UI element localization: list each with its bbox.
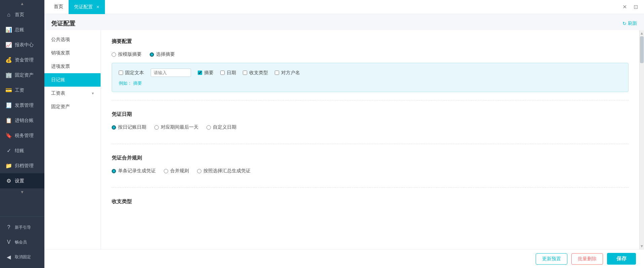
merge-radio-group: 单条记录生成凭证 合并规则 按照选择汇总生成凭证 [112,168,629,174]
pin-icon: ◀ [5,254,12,260]
refresh-button[interactable]: ↻ 刷新 [622,20,637,27]
chevron-down-icon: ▾ [92,91,94,96]
summary-label: 摘要 [204,70,214,76]
left-nav-sales-invoice-label: 销项发票 [51,50,70,56]
right-content: 摘要配置 按模版摘要 选择摘要 [101,30,639,249]
fixed-text-checkbox-label[interactable]: 固定文本 [119,70,144,76]
sidebar-item-tax[interactable]: 🔖 税务管理 [0,128,44,143]
template-summary-radio-label[interactable]: 按模版摘要 [112,51,142,57]
select-summary-gen-radio-label[interactable]: 按照选择汇总生成凭证 [197,168,251,174]
sidebar-item-archive[interactable]: 📁 归档管理 [0,158,44,173]
date-radio-group: 按日记账日期 对应期间最后一天 自定义日期 [112,124,629,130]
template-summary-radio[interactable] [112,52,116,57]
income-type-checkbox-label[interactable]: 收支类型 [243,70,268,76]
single-record-radio[interactable] [112,169,116,173]
sidebar-item-fixed-asset[interactable]: 🏢 固定资产 [0,68,44,83]
period-last-label: 对应期间最后一天 [161,124,198,130]
maximize-window-button[interactable]: ⊡ [632,3,640,11]
summary-checkbox-label[interactable]: 摘要 [198,70,214,76]
select-summary-radio-label[interactable]: 选择摘要 [150,51,175,57]
sidebar-item-home[interactable]: ⌂ 首页 [0,7,44,22]
journal-date-radio[interactable] [112,125,116,130]
counterpart-checkbox[interactable] [275,71,279,75]
example-value: 摘要 [133,81,142,86]
counterpart-label: 对方户名 [281,70,300,76]
period-last-radio-label[interactable]: 对应期间最后一天 [154,124,198,130]
tab-bar: 首页 凭证配置 ✕ ✕ ⊡ [44,0,644,14]
merge-rule-radio-label[interactable]: 合并规则 [164,168,189,174]
left-nav-sales-invoice[interactable]: 销项发票 [44,46,101,60]
sidebar-item-pin[interactable]: ◀ 取消固定 [0,250,44,265]
scrollbar[interactable]: ▲ ▼ [639,30,644,249]
sidebar-item-vip[interactable]: V 畅会员 [0,235,44,250]
date-section-title: 凭证日期 [112,111,629,118]
sidebar-item-fund[interactable]: 💰 资金管理 [0,52,44,68]
refresh-icon: ↻ [622,21,627,26]
settings-icon: ⚙ [5,178,12,184]
left-nav-fixed-asset[interactable]: 固定资产 [44,100,101,114]
refresh-label: 刷新 [628,20,637,27]
custom-date-radio[interactable] [206,125,211,130]
left-nav-payroll-table[interactable]: 工资表 ▾ [44,87,101,100]
left-nav: 公共选项 销项发票 进项发票 日记账 工资表 ▾ 固定资产 [44,30,101,249]
left-nav-journal[interactable]: 日记账 [44,73,101,87]
batch-delete-button[interactable]: 批量删除 [571,253,603,265]
select-summary-radio[interactable] [150,52,154,57]
income-type-checkbox[interactable] [243,71,247,75]
custom-date-label: 自定义日期 [213,124,236,130]
sidebar-label-settings: 设置 [15,178,24,184]
fund-icon: 💰 [5,57,12,63]
sidebar-label-guide: 新手引导 [15,225,31,230]
left-nav-purchase-invoice[interactable]: 进项发票 [44,60,101,73]
save-button[interactable]: 保存 [607,253,636,265]
period-last-radio[interactable] [154,125,159,130]
archive-icon: 📁 [5,163,12,169]
fixed-text-checkbox[interactable] [119,71,123,75]
single-record-radio-label[interactable]: 单条记录生成凭证 [112,168,156,174]
select-summary-gen-label: 按照选择汇总生成凭证 [203,168,251,174]
vip-icon: V [5,239,12,245]
merge-rule-radio[interactable] [164,169,168,173]
sidebar-item-settlement[interactable]: ✓ 结账 [0,143,44,158]
date-checkbox[interactable] [220,71,225,75]
left-nav-public[interactable]: 公共选项 [44,33,101,46]
summary-checkbox[interactable] [198,71,202,75]
sidebar-scroll-up[interactable]: ▲ [0,0,44,7]
sidebar-item-settings[interactable]: ⚙ 设置 [0,173,44,188]
sidebar-item-guide[interactable]: ? 新手引导 [0,220,44,235]
fixed-text-input[interactable] [151,69,191,77]
counterpart-checkbox-label[interactable]: 对方户名 [275,70,300,76]
guide-icon: ? [5,224,12,230]
tab-home-label: 首页 [54,4,63,10]
sidebar-label-settlement: 结账 [15,148,24,154]
sidebar-item-invoice[interactable]: 🧾 发票管理 [0,98,44,113]
date-checkbox-label[interactable]: 日期 [220,70,236,76]
sidebar-item-ledger[interactable]: 📊 总账 [0,22,44,37]
sidebar-label-fixed-asset: 固定资产 [15,72,34,78]
select-summary-gen-radio[interactable] [197,169,201,173]
tab-home[interactable]: 首页 [48,0,69,14]
update-preview-button[interactable]: 更新预置 [536,253,567,265]
summary-checkbox-row: 固定文本 摘要 日期 [119,69,621,77]
journal-date-radio-label[interactable]: 按日记账日期 [112,124,146,130]
income-type-section: 收支类型 [112,198,629,220]
scrollbar-thumb[interactable] [640,36,644,63]
custom-date-radio-label[interactable]: 自定义日期 [206,124,236,130]
tab-voucher-config[interactable]: 凭证配置 ✕ [69,0,105,14]
left-nav-fixed-asset-label: 固定资产 [51,104,70,110]
single-record-label: 单条记录生成凭证 [118,168,156,174]
close-window-button[interactable]: ✕ [620,3,629,11]
summary-config-box: 固定文本 摘要 日期 [112,63,629,92]
left-nav-purchase-invoice-label: 进项发票 [51,63,70,70]
sidebar-scroll-down[interactable]: ▼ [0,188,44,196]
sidebar-item-payroll[interactable]: 💳 工资 [0,83,44,98]
report-icon: 📈 [5,42,12,48]
sidebar-label-report: 报表中心 [15,42,34,48]
sidebar-item-purchase-sale[interactable]: 📋 进销台账 [0,113,44,128]
purchase-sale-icon: 📋 [5,117,12,124]
sidebar-item-report[interactable]: 📈 报表中心 [0,37,44,52]
summary-section-title: 摘要配置 [112,38,629,45]
tab-voucher-config-label: 凭证配置 [74,4,93,10]
tab-close-icon[interactable]: ✕ [96,5,100,9]
sidebar-label-home: 首页 [15,12,24,18]
